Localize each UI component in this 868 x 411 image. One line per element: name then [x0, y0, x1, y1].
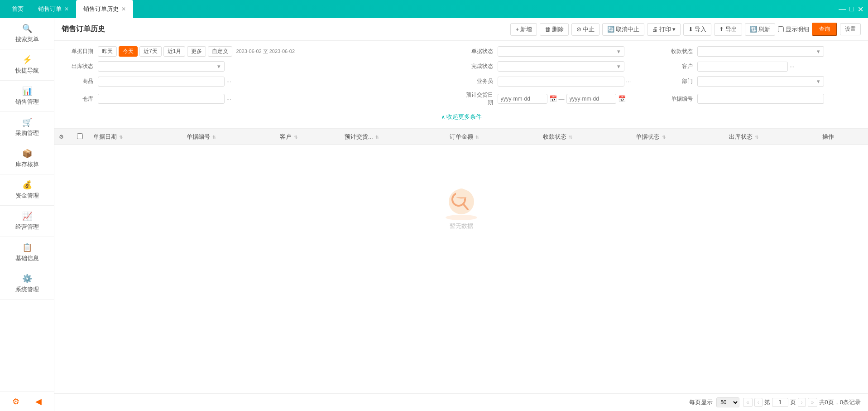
department-select[interactable]: ▾	[697, 76, 824, 87]
print-button[interactable]: 🖨 打印 ▾	[647, 23, 681, 36]
out-status-select[interactable]: ▾	[98, 61, 225, 72]
th-order-status[interactable]: 单据状态 ⇅	[631, 129, 724, 145]
th-payment-status[interactable]: 收款状态 ⇅	[538, 129, 632, 145]
table-area: ⚙ 单据日期 ⇅ 单据编号 ⇅ 客户	[54, 129, 868, 393]
payment-status-label: 收款状态	[661, 48, 697, 55]
export-button[interactable]: ⬆ 导出	[714, 23, 742, 36]
goods-dots[interactable]: ···	[226, 78, 231, 85]
stop-button[interactable]: ⊘ 中止	[571, 23, 599, 36]
tab-sales-order[interactable]: 销售订单 ✕	[31, 0, 76, 18]
prev-page-btn[interactable]: ‹	[754, 398, 762, 407]
sidebar-item-inventory[interactable]: 📦 库存核算	[0, 143, 54, 174]
maximize-icon[interactable]: □	[849, 5, 854, 13]
department-label: 部门	[661, 77, 697, 85]
date-1month[interactable]: 近1月	[163, 46, 186, 57]
filter-col-complete-status: 完成状态 ▾	[461, 61, 661, 72]
settings-button[interactable]: 设置	[840, 23, 861, 35]
payment-status-dropdown-icon: ▾	[817, 48, 820, 55]
import-icon: ⬇	[688, 26, 693, 33]
collapse-button[interactable]: ∧ 收起更多条件	[441, 113, 482, 121]
delivery-date-label: 预计交货日期	[461, 91, 498, 106]
calendar-end-icon[interactable]: 📅	[618, 95, 626, 102]
settings-bottom-icon[interactable]: ⚙	[12, 396, 19, 406]
sidebar-item-finance[interactable]: 💰 资金管理	[0, 174, 54, 206]
delete-button[interactable]: 🗑 删除	[540, 23, 569, 36]
th-amount[interactable]: 订单金额 ⇅	[445, 129, 538, 145]
th-date[interactable]: 单据日期 ⇅	[89, 129, 182, 145]
empty-illustration	[439, 181, 484, 222]
close-window-icon[interactable]: ✕	[858, 5, 863, 14]
order-status-select[interactable]: ▾	[498, 46, 624, 57]
select-all-checkbox[interactable]	[77, 133, 83, 139]
goods-input[interactable]	[98, 77, 225, 87]
sort-amount-icon: ⇅	[475, 135, 479, 140]
data-table: ⚙ 单据日期 ⇅ 单据编号 ⇅ 客户	[54, 129, 868, 266]
last-page-btn[interactable]: »	[808, 398, 817, 407]
date-7days[interactable]: 近7天	[139, 46, 162, 57]
th-delivery[interactable]: 预计交货... ⇅	[340, 129, 445, 145]
import-button[interactable]: ⬇ 导入	[683, 23, 711, 36]
display-detail-checkbox-label[interactable]: 显示明细	[778, 25, 809, 34]
order-status-label: 单据状态	[461, 48, 498, 55]
filter-col-date: 单据日期 昨天 今天 近7天 近1月 更多 自定义 2023-06-02 至 2…	[62, 46, 461, 57]
doc-number-input[interactable]	[697, 94, 824, 104]
customer-dots[interactable]: ···	[790, 63, 795, 70]
first-page-btn[interactable]: «	[743, 398, 753, 407]
sidebar-item-purchase[interactable]: 🛒 采购管理	[0, 112, 54, 143]
out-status-dropdown-icon: ▾	[217, 63, 221, 70]
customer-input[interactable]	[697, 62, 788, 72]
query-button[interactable]: 查询	[812, 23, 837, 36]
salesperson-input[interactable]	[498, 77, 624, 87]
payment-status-select[interactable]: ▾	[697, 46, 824, 57]
close-tab-sales-order-history[interactable]: ✕	[121, 6, 126, 12]
th-settings[interactable]: ⚙	[54, 129, 72, 145]
sidebar-item-base[interactable]: 📋 基础信息	[0, 237, 54, 268]
main-content: 销售订单历史 + 新增 🗑 删除 ⊘ 中止 🔄 取消中止	[54, 18, 868, 411]
topbar-window-controls: — □ ✕	[839, 5, 863, 14]
sidebar-item-sales[interactable]: 📊 销售管理	[0, 81, 54, 112]
tab-sales-order-history[interactable]: 销售订单历史 ✕	[76, 0, 133, 18]
th-out-status[interactable]: 出库状态 ⇅	[724, 129, 818, 145]
date-custom[interactable]: 自定义	[208, 46, 232, 57]
calendar-start-icon[interactable]: 📅	[549, 95, 557, 102]
refresh-button[interactable]: 🔃 刷新	[745, 23, 775, 36]
minimize-icon[interactable]: —	[839, 5, 846, 13]
close-tab-sales-order[interactable]: ✕	[64, 6, 69, 12]
complete-status-select[interactable]: ▾	[498, 61, 624, 72]
filter-area: 单据日期 昨天 今天 近7天 近1月 更多 自定义 2023-06-02 至 2…	[54, 41, 868, 129]
next-page-btn[interactable]: ›	[798, 398, 806, 407]
sidebar-item-search[interactable]: 🔍 搜索菜单	[0, 18, 54, 49]
sidebar-item-management[interactable]: 📈 经营管理	[0, 206, 54, 237]
page-title: 销售订单历史	[62, 24, 105, 34]
add-button[interactable]: + 新增	[510, 23, 537, 36]
sidebar-item-quicknav[interactable]: ⚡ 快捷导航	[0, 49, 54, 81]
date-label: 单据日期	[62, 48, 98, 55]
tab-home[interactable]: 首页	[5, 0, 31, 18]
th-customer[interactable]: 客户 ⇅	[275, 129, 340, 145]
date-more[interactable]: 更多	[187, 46, 206, 57]
warehouse-dots[interactable]: ···	[226, 96, 231, 102]
total-text: 共0页，0条记录	[819, 398, 861, 406]
delivery-date-start[interactable]	[498, 94, 547, 104]
collapse-sidebar-icon[interactable]: ◀	[35, 396, 42, 406]
base-icon: 📋	[22, 242, 32, 252]
sidebar-item-system[interactable]: ⚙️ 系统管理	[0, 268, 54, 300]
filter-col-payment-status: 收款状态 ▾	[661, 46, 861, 57]
th-doc-number[interactable]: 单据编号 ⇅	[182, 129, 275, 145]
per-page-select[interactable]: 50 10 20 100	[716, 397, 739, 407]
display-detail-checkbox[interactable]	[778, 26, 784, 32]
sort-customer-icon: ⇅	[294, 135, 297, 140]
delete-icon: 🗑	[545, 26, 551, 33]
date-today[interactable]: 今天	[119, 46, 138, 57]
cancel-stop-button[interactable]: 🔄 取消中止	[602, 23, 644, 36]
sidebar: 🔍 搜索菜单 ⚡ 快捷导航 📊 销售管理 🛒 采购管理 📦 库存核算 💰 资金管…	[0, 18, 54, 411]
out-status-label: 出库状态	[62, 63, 98, 70]
delivery-date-group: 📅 — 📅	[498, 94, 626, 104]
warehouse-input[interactable]	[98, 94, 225, 104]
svg-point-0	[446, 215, 477, 220]
page-input[interactable]	[772, 398, 788, 407]
delivery-date-end[interactable]	[566, 94, 616, 104]
date-yesterday[interactable]: 昨天	[98, 46, 117, 57]
page-label: 第	[764, 398, 770, 406]
salesperson-dots[interactable]: ···	[626, 78, 631, 85]
